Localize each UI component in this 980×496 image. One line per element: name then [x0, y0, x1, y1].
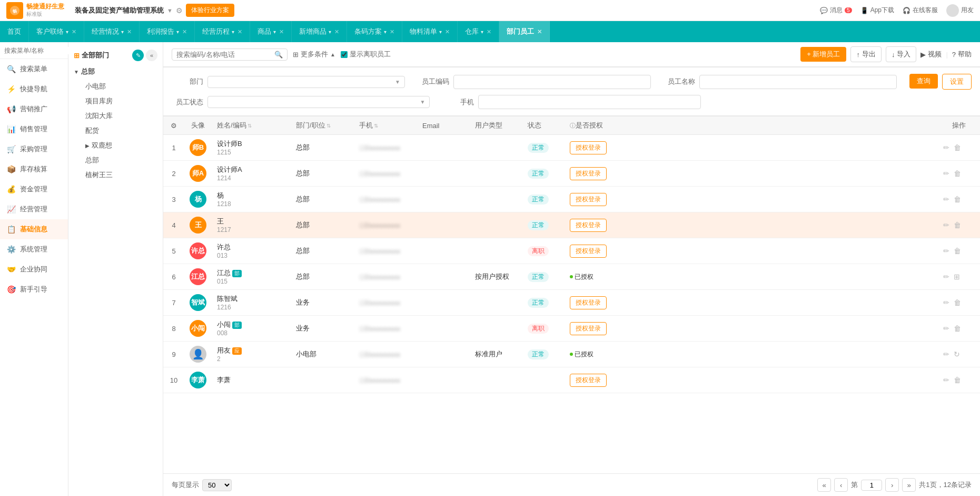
- delete-icon[interactable]: 🗑: [954, 195, 961, 203]
- message-button[interactable]: 💬 消息 5: [820, 6, 852, 15]
- tree-node-headquarters-parent[interactable]: ▼ 总部: [68, 64, 163, 79]
- auth-button[interactable]: 授权登录: [570, 193, 607, 206]
- show-resigned-checkbox-label[interactable]: 显示离职员工: [341, 50, 391, 59]
- trial-button[interactable]: 体验行业方案: [186, 4, 234, 17]
- video-button[interactable]: ▶ 视频: [920, 50, 942, 59]
- close-icon[interactable]: ✕: [487, 28, 491, 35]
- app-download-button[interactable]: 📱 App下载: [860, 6, 894, 15]
- edit-icon[interactable]: ✏: [943, 376, 949, 384]
- refresh-icon[interactable]: ↻: [954, 350, 960, 358]
- page-size-select[interactable]: 50 100 200: [202, 479, 232, 491]
- import-button[interactable]: ↓ 导入: [886, 46, 917, 62]
- auth-button[interactable]: 授权登录: [570, 167, 607, 180]
- tree-node-planting[interactable]: 植树王三: [68, 168, 163, 182]
- tab-warehouse[interactable]: 仓库▾✕: [458, 21, 499, 42]
- delete-icon[interactable]: 🗑: [954, 298, 961, 307]
- tab-bom[interactable]: 物料清单▾✕: [402, 21, 458, 42]
- user-button[interactable]: 用友: [946, 4, 974, 17]
- dept-select[interactable]: ▼: [207, 76, 405, 88]
- col-header-name[interactable]: 姓名/编码⇅: [212, 116, 291, 135]
- page-number-input[interactable]: [861, 480, 882, 491]
- first-page-button[interactable]: «: [817, 478, 831, 492]
- last-page-button[interactable]: »: [902, 478, 916, 492]
- edit-icon[interactable]: ✏: [943, 195, 949, 203]
- edit-icon[interactable]: ✏: [943, 350, 949, 358]
- emp-code-input[interactable]: [453, 75, 651, 89]
- sidebar-item-business[interactable]: 📈 经营管理: [0, 199, 68, 219]
- edit-icon[interactable]: ✏: [943, 298, 949, 307]
- sidebar-item-purchase[interactable]: 🛒 采购管理: [0, 139, 68, 159]
- copy-icon[interactable]: ⊞: [954, 273, 960, 281]
- sidebar-item-inventory[interactable]: 📦 库存核算: [0, 159, 68, 179]
- sidebar-item-guide[interactable]: 🎯 新手引导: [0, 279, 68, 299]
- edit-icon[interactable]: ✏: [943, 221, 949, 229]
- online-service-button[interactable]: 🎧 在线客服: [903, 6, 938, 15]
- edit-icon[interactable]: ✏: [943, 273, 949, 281]
- help-button[interactable]: ? 帮助: [952, 50, 972, 59]
- dept-collapse-button[interactable]: «: [146, 50, 157, 61]
- close-icon[interactable]: ✕: [445, 28, 450, 35]
- edit-icon[interactable]: ✏: [943, 247, 949, 255]
- tab-history[interactable]: 经营历程▾✕: [195, 21, 250, 42]
- sidebar-item-sales[interactable]: 📊 销售管理: [0, 119, 68, 139]
- tab-profit[interactable]: 利润报告▾✕: [140, 21, 195, 42]
- chevron-down-icon[interactable]: ▼: [167, 7, 173, 14]
- sidebar-item-search[interactable]: 🔍 搜索菜单: [0, 59, 68, 79]
- settings-gear-icon[interactable]: ⚙: [171, 122, 177, 130]
- sidebar-item-finance[interactable]: 💰 资金管理: [0, 179, 68, 199]
- close-icon[interactable]: ✕: [334, 28, 339, 35]
- tree-node-peihu[interactable]: 配货: [68, 123, 163, 138]
- dept-edit-button[interactable]: ✎: [132, 50, 144, 61]
- col-header-phone[interactable]: 手机⇅: [354, 116, 417, 135]
- sidebar-item-marketing[interactable]: 📢 营销推广: [0, 99, 68, 119]
- export-button[interactable]: ↑ 导出: [850, 46, 882, 62]
- query-button[interactable]: 查询: [909, 74, 938, 89]
- close-icon[interactable]: ✕: [127, 28, 132, 35]
- emp-status-select[interactable]: ▼: [207, 96, 430, 108]
- delete-icon[interactable]: 🗑: [954, 324, 961, 333]
- close-icon[interactable]: ✕: [182, 28, 187, 35]
- tab-barcode[interactable]: 条码方案▾✕: [347, 21, 402, 42]
- tab-operation[interactable]: 经营情况▾✕: [84, 21, 140, 42]
- auth-button[interactable]: 授权登录: [570, 296, 607, 309]
- close-icon[interactable]: ✕: [537, 28, 542, 35]
- auth-button[interactable]: 授权登录: [570, 374, 607, 387]
- tab-home[interactable]: 首页: [0, 21, 29, 42]
- sidebar-item-system[interactable]: ⚙️ 系统管理: [0, 239, 68, 259]
- col-header-dept[interactable]: 部门/职位⇅: [291, 116, 354, 135]
- tab-employees[interactable]: 部门员工✕: [499, 21, 550, 42]
- delete-icon[interactable]: 🗑: [954, 169, 961, 178]
- delete-icon[interactable]: 🗑: [954, 376, 961, 384]
- tree-node-shenyang[interactable]: 沈阳大库: [68, 109, 163, 123]
- sidebar-item-quick-nav[interactable]: ⚡ 快捷导航: [0, 79, 68, 99]
- tree-node-shuangluxiang[interactable]: ▶ 双鹿想: [68, 138, 163, 153]
- set-button[interactable]: 设置: [942, 74, 972, 90]
- settings-icon[interactable]: ⚙: [176, 6, 183, 15]
- auth-button[interactable]: 授权登录: [570, 245, 607, 258]
- close-icon[interactable]: ✕: [279, 28, 284, 35]
- close-icon[interactable]: ✕: [72, 28, 76, 35]
- sidebar-item-collab[interactable]: 🤝 企业协同: [0, 259, 68, 279]
- tree-node-xiaodian[interactable]: 小电部: [68, 79, 163, 94]
- sidebar-item-basic-info[interactable]: 📋 基础信息: [0, 219, 68, 239]
- tab-goods[interactable]: 商品▾✕: [250, 21, 292, 42]
- tree-node-headquarters-sub[interactable]: 总部: [68, 153, 163, 168]
- prev-page-button[interactable]: ‹: [834, 478, 848, 492]
- tab-customer[interactable]: 客户联络▾✕: [29, 21, 84, 42]
- tree-node-project-warehouse[interactable]: 项目库房: [68, 94, 163, 109]
- close-icon[interactable]: ✕: [237, 28, 242, 35]
- edit-icon[interactable]: ✏: [943, 143, 949, 152]
- phone-input[interactable]: [478, 95, 700, 109]
- delete-icon[interactable]: 🗑: [954, 143, 961, 152]
- edit-icon[interactable]: ✏: [943, 324, 949, 333]
- emp-name-input[interactable]: [699, 75, 897, 89]
- edit-icon[interactable]: ✏: [943, 169, 949, 178]
- more-filter-button[interactable]: ⊞ 更多条件 ▲: [293, 50, 335, 59]
- delete-icon[interactable]: 🗑: [954, 247, 961, 255]
- add-employee-button[interactable]: + 新增员工: [800, 47, 846, 62]
- show-resigned-checkbox[interactable]: [341, 51, 348, 58]
- close-icon[interactable]: ✕: [390, 28, 394, 35]
- search-input[interactable]: [176, 51, 271, 59]
- auth-button[interactable]: 授权登录: [570, 141, 607, 154]
- auth-button[interactable]: 授权登录: [570, 322, 607, 335]
